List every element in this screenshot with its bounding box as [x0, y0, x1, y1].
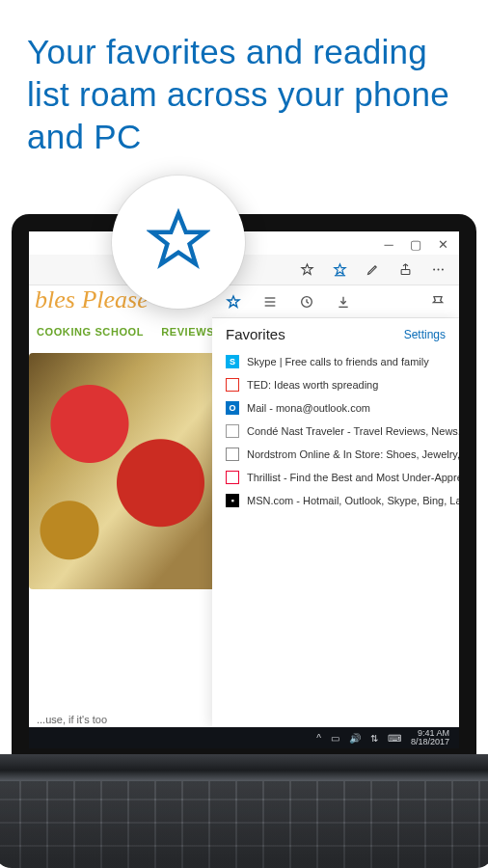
tray-chevron-icon[interactable]: ^ [316, 733, 321, 744]
hub-favorites-tab-icon[interactable] [226, 294, 241, 310]
nav-cooking-school[interactable]: COOKING SCHOOL [37, 326, 144, 338]
pen-icon[interactable] [365, 262, 380, 278]
favorites-panel: Favorites Settings SSkype | Free calls t… [212, 318, 459, 727]
pin-icon[interactable] [430, 294, 446, 310]
tray-wifi-icon[interactable]: ⇅ [370, 733, 378, 744]
svg-marker-1 [301, 264, 312, 275]
nav-reviews[interactable]: REVIEWS [161, 326, 214, 338]
share-icon[interactable] [397, 262, 413, 278]
favorite-item[interactable]: TTED: Ideas worth spreading [220, 373, 459, 396]
close-button[interactable]: ✕ [436, 237, 449, 252]
favorite-title: TED: Ideas worth spreading [247, 379, 378, 391]
favicon-icon: O [226, 401, 239, 415]
hub-tabs [212, 285, 459, 318]
favorite-item[interactable]: TThrillist - Find the Best and Most Unde… [220, 466, 459, 489]
minimize-button[interactable]: ─ [382, 237, 395, 252]
promo-headline: Your favorites and reading list roam acr… [0, 0, 488, 157]
favorite-item[interactable]: OMail - mona@outlook.com [220, 396, 459, 420]
laptop-keyboard [0, 781, 488, 868]
favorite-title: Nordstrom Online & In Store: Shoes, Jewe… [247, 448, 459, 460]
favorite-title: Thrillist - Find the Best and Most Under… [247, 472, 459, 483]
favorites-title: Favorites [226, 326, 285, 342]
hub-history-tab-icon[interactable] [299, 294, 314, 310]
favorite-title: Mail - mona@outlook.com [247, 402, 370, 414]
browser-toolbar [29, 255, 459, 285]
tray-keyboard-icon[interactable]: ⌨ [388, 733, 401, 744]
svg-marker-0 [152, 214, 205, 264]
hub-readinglist-tab-icon[interactable] [262, 294, 278, 310]
screen: ─ ▢ ✕ [29, 231, 459, 748]
favicon-icon: T [226, 378, 239, 392]
star-icon [147, 208, 210, 276]
tray-battery-icon[interactable]: ▭ [331, 733, 339, 744]
tray-speaker-icon[interactable]: 🔊 [349, 733, 361, 744]
svg-marker-8 [228, 296, 239, 307]
hub-downloads-tab-icon[interactable] [336, 294, 351, 310]
favicon-icon: T [226, 471, 239, 484]
favorites-list: SSkype | Free calls to friends and famil… [212, 348, 459, 512]
star-callout-bubble [112, 176, 245, 309]
maximize-button[interactable]: ▢ [409, 237, 422, 252]
laptop-mock: ─ ▢ ✕ [0, 212, 488, 868]
favorite-item[interactable]: CCondé Nast Traveler - Travel Reviews, N… [220, 420, 459, 443]
screen-bezel: ─ ▢ ✕ [12, 214, 476, 754]
favorite-item[interactable]: SSkype | Free calls to friends and famil… [220, 350, 459, 373]
favicon-icon: ▪ [226, 494, 239, 507]
taskbar-clock[interactable]: 9:41 AM 8/18/2017 [411, 729, 449, 746]
svg-marker-2 [334, 264, 344, 275]
recipe-photo [29, 353, 231, 589]
favorite-item[interactable]: NNordstrom Online & In Store: Shoes, Jew… [220, 443, 459, 466]
taskbar: ^ ▭ 🔊 ⇅ ⌨ 9:41 AM 8/18/2017 [29, 727, 459, 748]
favorite-title: MSN.com - Hotmail, Outlook, Skype, Bing,… [247, 495, 459, 506]
page-tagline: ...use, if it's too [37, 714, 107, 725]
svg-point-7 [441, 269, 443, 271]
favorite-item[interactable]: ▪MSN.com - Hotmail, Outlook, Skype, Bing… [220, 489, 459, 512]
hub-star-icon[interactable] [332, 262, 347, 278]
svg-rect-4 [401, 270, 410, 275]
favicon-icon: S [226, 355, 239, 368]
favorite-title: Condé Nast Traveler - Travel Reviews, Ne… [247, 425, 459, 437]
add-favorite-star-icon[interactable] [299, 262, 314, 278]
svg-point-5 [433, 269, 435, 271]
more-icon[interactable] [430, 262, 446, 278]
svg-point-6 [437, 269, 439, 271]
favorites-settings-link[interactable]: Settings [404, 328, 446, 341]
favorite-title: Skype | Free calls to friends and family [247, 356, 429, 367]
favicon-icon: N [226, 448, 239, 461]
laptop-hinge [0, 754, 488, 781]
window-controls: ─ ▢ ✕ [372, 231, 459, 258]
favicon-icon: C [226, 424, 239, 438]
